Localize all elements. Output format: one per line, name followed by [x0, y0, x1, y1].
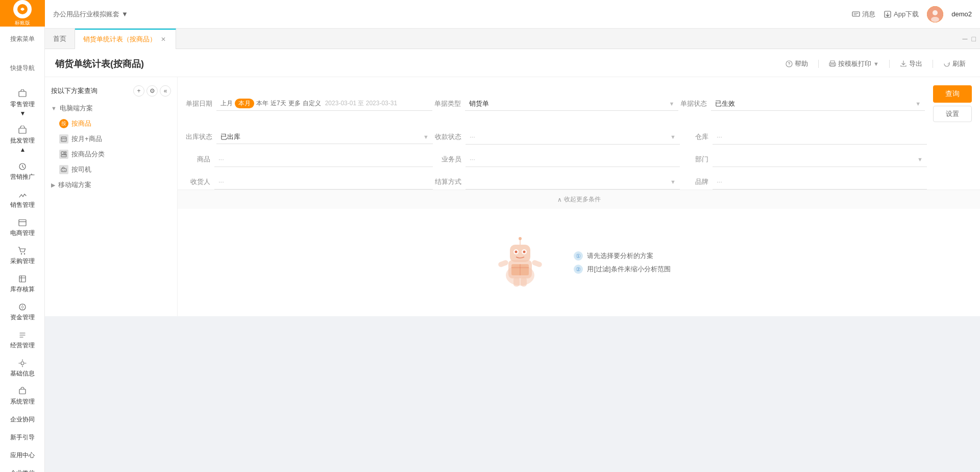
date-opt-7days[interactable]: 近7天 [271, 99, 286, 108]
scheme-group-mobile-header[interactable]: ▶ 移动端方案 [45, 177, 177, 193]
sidebar-item-guide[interactable]: 新手引导 [0, 428, 44, 446]
sidebar-item-purchase[interactable]: 采购管理 [0, 242, 44, 270]
page-header: 销货单统计表(按商品) 帮助 按模板打印 ▼ 导出 [45, 49, 980, 77]
sidebar-item-marketing[interactable]: 营销推广 [0, 157, 44, 185]
page-title: 销货单统计表(按商品) [55, 58, 144, 70]
date-opt-this-month[interactable]: 本月 [235, 99, 254, 108]
svg-rect-40 [498, 259, 509, 268]
date-opt-this-year[interactable]: 本年 [256, 99, 268, 108]
sidebar-item-system[interactable]: 系统管理 [0, 382, 44, 410]
goods-dots: ··· [218, 155, 429, 163]
filter-item-consignee: 收货人 ··· [186, 174, 433, 190]
sidebar-item-operations[interactable]: 经营管理 [0, 326, 44, 354]
brand-selector[interactable]: ··· [713, 174, 927, 190]
svg-rect-4 [19, 220, 26, 226]
salesman-selector[interactable]: ··· [465, 152, 680, 167]
sidebar-item-basic[interactable]: 基础信息 [0, 354, 44, 382]
sidebar-item-appcenter[interactable]: 应用中心 [0, 446, 44, 464]
svg-point-36 [515, 251, 518, 253]
scheme-add-btn[interactable]: + [133, 85, 144, 97]
help-icon [786, 60, 793, 67]
marketing-icon [17, 161, 28, 172]
export-icon [900, 60, 907, 67]
svg-rect-33 [510, 245, 530, 262]
outstatus-selector[interactable]: 已出库 ▼ [216, 130, 433, 144]
svg-rect-28 [61, 169, 66, 172]
app-logo[interactable]: 标账版 [0, 0, 45, 27]
svg-rect-21 [61, 137, 66, 141]
user-name[interactable]: demo2 [951, 10, 972, 18]
purchase-label: 采购管理 [10, 257, 35, 266]
system-icon [17, 386, 28, 396]
sidebar-item-finance[interactable]: 资金管理 [0, 298, 44, 326]
date-opt-last-month[interactable]: 上月 [220, 99, 233, 108]
cooperation-label: 企业协同 [10, 415, 35, 424]
scheme-group-pc-label: 电脑端方案 [60, 104, 93, 113]
industry-selector[interactable]: 办公用品行业模拟账套 ▼ [53, 10, 128, 19]
scheme-group-pc-header[interactable]: ▼ 电脑端方案 [45, 101, 177, 116]
tab-maximize-btn[interactable]: □ [972, 35, 976, 43]
tree-expand-icon: ▼ [51, 105, 57, 111]
scheme-item-icon-month [59, 134, 68, 144]
message-btn[interactable]: 消息 [852, 10, 875, 19]
sidebar-item-sales[interactable]: 销售管理 [0, 185, 44, 214]
date-selector[interactable]: 上月 本月 本年 近7天 更多 自定义 2023-03-01 至 2023-03… [216, 97, 432, 111]
svg-point-37 [523, 251, 526, 253]
scheme-item-icon-category [59, 150, 68, 159]
query-btn[interactable]: 查询 [933, 85, 972, 103]
sidebar-item-retail[interactable]: 零售管理 ▼ [0, 85, 44, 121]
filter-section: 单据日期 上月 本月 本年 近7天 更多 自定义 2023-03-01 至 20… [178, 77, 980, 190]
scheme-item-by-driver[interactable]: 按司机 [45, 162, 177, 177]
print-label: 按模板打印 [838, 59, 871, 68]
filter-item-recvstatus: 收款状态 ··· ▼ [433, 129, 680, 145]
header-left: 办公用品行业模拟账套 ▼ [53, 10, 128, 19]
scheme-settings-btn[interactable]: ⚙ [146, 85, 158, 97]
sidebar-item-cooperation[interactable]: 企业协同 [0, 410, 44, 428]
date-range: 2023-03-01 至 2023-03-31 [325, 99, 397, 108]
export-btn[interactable]: 导出 [896, 57, 926, 70]
dept-selector[interactable]: ▼ [713, 152, 927, 167]
goods-selector[interactable]: ··· [214, 152, 433, 167]
scheme-item-by-category[interactable]: 按商品分类 [45, 147, 177, 162]
print-btn[interactable]: 按模板打印 ▼ [825, 57, 883, 70]
scheme-item-by-month-goods[interactable]: 按月+商品 [45, 131, 177, 147]
date-opt-custom[interactable]: 自定义 [303, 99, 321, 108]
sidebar-item-wholesale[interactable]: 批发管理 ▲ [0, 121, 44, 157]
sidebar-item-inventory[interactable]: 库存核算 [0, 270, 44, 298]
salesman-label: 业务员 [433, 155, 465, 164]
tab-minimize-btn[interactable]: ─ [963, 35, 968, 43]
settle-label: 结算方式 [433, 177, 465, 186]
quick-nav-item[interactable]: 快捷导航 [0, 56, 44, 81]
print-arrow[interactable]: ▼ [873, 61, 879, 67]
settle-selector[interactable]: ▼ [465, 174, 680, 190]
collapse-bar[interactable]: ∧ 收起更多条件 [178, 190, 980, 209]
system-label: 系统管理 [10, 397, 35, 406]
search-menu-item[interactable]: 搜索菜单 [0, 27, 44, 52]
scheme-item-icon-driver [59, 165, 68, 174]
refresh-btn[interactable]: 刷新 [939, 57, 970, 70]
sidebar-item-ecommerce[interactable]: 电商管理 [0, 214, 44, 242]
warehouse-selector[interactable]: ··· [713, 129, 927, 145]
print-icon [829, 60, 836, 67]
doctype-selector[interactable]: 销货单 ▼ [465, 97, 679, 111]
logo-label: 标账版 [15, 19, 30, 27]
tab-sales-stat[interactable]: 销货单统计表（按商品） ✕ [75, 29, 176, 49]
sidebar-item-corpwechat[interactable]: 企业微信 [0, 464, 44, 472]
docstatus-selector[interactable]: 已生效 ▼ [711, 97, 925, 111]
date-opt-more[interactable]: 更多 [288, 99, 301, 108]
tip-text-1: 请先选择要分析的方案 [587, 251, 653, 261]
user-avatar[interactable] [927, 6, 943, 22]
settings-btn[interactable]: 设置 [933, 106, 972, 122]
recvstatus-selector[interactable]: ··· ▼ [465, 129, 680, 145]
scheme-collapse-btn[interactable]: « [160, 85, 171, 97]
tab-sales-stat-label: 销货单统计表（按商品） [83, 35, 156, 44]
help-btn[interactable]: 帮助 [781, 57, 812, 70]
scheme-item-by-goods[interactable]: 按 按商品 [45, 116, 177, 131]
page-actions: 帮助 按模板打印 ▼ 导出 [781, 57, 970, 70]
empty-tips: ① 请先选择要分析的方案 ② 用[过滤]条件来缩小分析范围 [574, 251, 670, 274]
consignee-selector[interactable]: ··· [214, 174, 433, 190]
tab-close-btn[interactable]: ✕ [159, 35, 167, 43]
tab-home[interactable]: 首页 [45, 29, 75, 49]
tab-bar: 首页 销货单统计表（按商品） ✕ ─ □ [45, 29, 980, 49]
app-download-btn[interactable]: App下载 [884, 10, 919, 19]
